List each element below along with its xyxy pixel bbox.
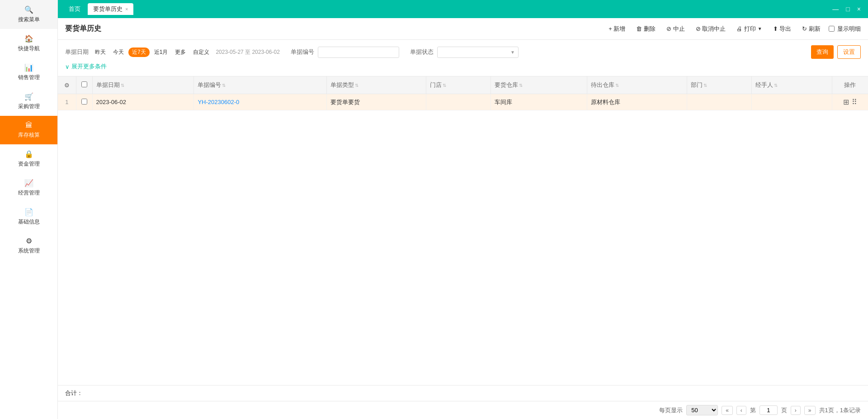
docno-filter-label: 单据编号 bbox=[291, 48, 314, 56]
toolbar: + 新增 🗑 删除 ⊘ 中止 ⊘ 取消中止 🖨 打印 ▼ ⬆ 导出 bbox=[606, 23, 861, 35]
sidebar-item-system-mgmt[interactable]: ⚙系统管理 bbox=[0, 231, 57, 260]
sort-pending-wh-icon: ⇅ bbox=[615, 83, 619, 88]
doc-no-link[interactable]: YH-20230602-0 bbox=[198, 99, 239, 105]
sidebar-item-label: 资金管理 bbox=[18, 160, 40, 168]
page-size-select[interactable]: 50 10 20 100 bbox=[686, 405, 718, 415]
sidebar-item-label: 经营管理 bbox=[18, 189, 40, 197]
col-pending-warehouse[interactable]: 待出仓库⇅ bbox=[587, 76, 687, 94]
search-menu-icon: 🔍 bbox=[24, 5, 33, 14]
window-close-button[interactable]: × bbox=[855, 5, 863, 14]
page-header: 要货单历史 + 新增 🗑 删除 ⊘ 中止 ⊘ 取消中止 🖨 打印 ▼ bbox=[58, 18, 868, 40]
date-filter: 单据日期 昨天 今天 近7天 近1月 更多 自定义 2023-05-27 至 2… bbox=[65, 48, 280, 57]
sidebar-item-purchase-mgmt[interactable]: 🛒采购管理 bbox=[0, 87, 57, 116]
home-tab-label: 首页 bbox=[69, 5, 80, 13]
refresh-button[interactable]: ↻ 刷新 bbox=[799, 23, 823, 35]
col-settings[interactable]: ⚙ bbox=[58, 76, 76, 94]
date-btn-1month[interactable]: 近1月 bbox=[151, 48, 171, 57]
tab-active[interactable]: 要货单历史 × bbox=[88, 3, 133, 15]
cancel-stop-button[interactable]: ⊘ 取消中止 bbox=[693, 23, 729, 35]
col-doc-no[interactable]: 单据编号⇅ bbox=[194, 76, 326, 94]
sidebar-item-label: 系统管理 bbox=[18, 247, 40, 255]
sidebar-item-label: 销售管理 bbox=[18, 74, 40, 81]
sort-req-wh-icon: ⇅ bbox=[519, 83, 523, 88]
date-range-display: 2023-05-27 至 2023-06-02 bbox=[216, 48, 279, 56]
col-store[interactable]: 门店⇅ bbox=[426, 76, 491, 94]
cell-operation: ⊞ ⠿ bbox=[832, 94, 868, 110]
operation-mgmt-icon: 📈 bbox=[24, 179, 33, 187]
minimize-button[interactable]: — bbox=[830, 5, 840, 14]
settings-col-icon: ⚙ bbox=[64, 82, 70, 89]
display-detail-toggle[interactable]: 显示明细 bbox=[829, 25, 861, 33]
col-doc-type[interactable]: 单据类型⇅ bbox=[326, 76, 426, 94]
summary-label: 合计： bbox=[65, 389, 83, 397]
sidebar-item-quick-nav[interactable]: 🏠快捷导航 bbox=[0, 29, 57, 58]
display-detail-checkbox[interactable] bbox=[829, 26, 835, 32]
query-button[interactable]: 查询 bbox=[811, 45, 834, 59]
date-filter-label: 单据日期 bbox=[65, 48, 89, 56]
inventory-icon: 🏛 bbox=[25, 121, 33, 129]
per-page-label: 每页显示 bbox=[659, 406, 683, 414]
first-page-button[interactable]: « bbox=[722, 406, 733, 415]
col-department[interactable]: 部门⇅ bbox=[687, 76, 751, 94]
goto-label: 第 bbox=[750, 406, 756, 414]
sidebar-item-label: 采购管理 bbox=[18, 103, 40, 110]
print-button[interactable]: 🖨 打印 ▼ bbox=[734, 23, 765, 35]
sidebar-item-operation-mgmt[interactable]: 📈经营管理 bbox=[0, 173, 57, 202]
export-button[interactable]: ⬆ 导出 bbox=[770, 23, 794, 35]
sidebar: 🔍搜索菜单🏠快捷导航📊销售管理🛒采购管理🏛库存核算🔒资金管理📈经营管理📄基础信息… bbox=[0, 0, 58, 419]
stop-button[interactable]: ⊘ 中止 bbox=[664, 23, 688, 35]
table-header: ⚙ 单据日期⇅ 单据编号⇅ 单据类型⇅ bbox=[58, 76, 868, 94]
table-area: ⚙ 单据日期⇅ 单据编号⇅ 单据类型⇅ bbox=[58, 76, 868, 385]
status-filter-label: 单据状态 bbox=[410, 48, 434, 56]
cell-store bbox=[426, 94, 491, 110]
sort-handler-icon: ⇅ bbox=[774, 83, 778, 88]
delete-button[interactable]: 🗑 删除 bbox=[633, 23, 658, 35]
content-area: 要货单历史 + 新增 🗑 删除 ⊘ 中止 ⊘ 取消中止 🖨 打印 ▼ bbox=[58, 18, 868, 419]
table-body: 1 2023-06-02 YH-20230602-0 要货单要货 车间库 原材料… bbox=[58, 94, 868, 110]
sidebar-item-finance-mgmt[interactable]: 🔒资金管理 bbox=[0, 144, 57, 173]
last-page-button[interactable]: » bbox=[804, 406, 816, 415]
prev-page-button[interactable]: ‹ bbox=[736, 406, 746, 415]
new-button[interactable]: + 新增 bbox=[606, 23, 628, 35]
sort-dept-icon: ⇅ bbox=[703, 83, 707, 88]
expand-more-btn[interactable]: ∨ 展开更多条件 bbox=[65, 62, 861, 71]
pagination-bar: 每页显示 50 10 20 100 « ‹ 第 页 › » 共1页，1条记录 bbox=[58, 401, 868, 419]
topbar-right: — □ × bbox=[830, 5, 863, 14]
status-select[interactable] bbox=[437, 47, 519, 58]
next-page-button[interactable]: › bbox=[791, 406, 801, 415]
filter-area: 单据日期 昨天 今天 近7天 近1月 更多 自定义 2023-05-27 至 2… bbox=[58, 40, 868, 76]
system-mgmt-icon: ⚙ bbox=[26, 237, 32, 245]
docno-input[interactable] bbox=[318, 47, 399, 58]
sidebar-item-search-menu[interactable]: 🔍搜索菜单 bbox=[0, 0, 57, 29]
sidebar-item-label: 库存核算 bbox=[18, 131, 40, 139]
col-doc-date[interactable]: 单据日期⇅ bbox=[92, 76, 194, 94]
page-input[interactable] bbox=[760, 405, 778, 415]
date-btn-custom[interactable]: 自定义 bbox=[190, 48, 212, 57]
more-action-icon[interactable]: ⠿ bbox=[852, 98, 857, 106]
col-req-warehouse[interactable]: 要货仓库⇅ bbox=[491, 76, 587, 94]
sort-doc-type-icon: ⇅ bbox=[355, 83, 359, 88]
sidebar-item-inventory[interactable]: 🏛库存核算 bbox=[0, 116, 57, 144]
cell-doc-no: YH-20230602-0 bbox=[194, 94, 326, 110]
view-action-icon[interactable]: ⊞ bbox=[843, 98, 849, 106]
cell-handler bbox=[751, 94, 832, 110]
sidebar-item-basic-info[interactable]: 📄基础信息 bbox=[0, 202, 57, 231]
date-btn-7days[interactable]: 近7天 bbox=[128, 48, 150, 57]
date-btn-today[interactable]: 今天 bbox=[110, 48, 127, 57]
maximize-button[interactable]: □ bbox=[844, 5, 851, 14]
date-btn-yesterday[interactable]: 昨天 bbox=[92, 48, 108, 57]
sales-mgmt-icon: 📊 bbox=[24, 63, 33, 72]
sidebar-item-label: 基础信息 bbox=[18, 218, 40, 226]
row-checkbox[interactable] bbox=[81, 99, 87, 105]
date-btn-more[interactable]: 更多 bbox=[172, 48, 189, 57]
page-unit-label: 页 bbox=[781, 406, 787, 414]
col-handler[interactable]: 经手人⇅ bbox=[751, 76, 832, 94]
select-all-checkbox[interactable] bbox=[81, 81, 87, 87]
tab-home[interactable]: 首页 bbox=[63, 3, 86, 15]
cell-department bbox=[687, 94, 751, 110]
sidebar-item-sales-mgmt[interactable]: 📊销售管理 bbox=[0, 58, 57, 87]
close-tab-icon[interactable]: × bbox=[125, 6, 128, 12]
settings-button[interactable]: 设置 bbox=[837, 45, 861, 59]
quick-nav-icon: 🏠 bbox=[24, 34, 33, 43]
expand-more-label: 展开更多条件 bbox=[71, 62, 107, 71]
